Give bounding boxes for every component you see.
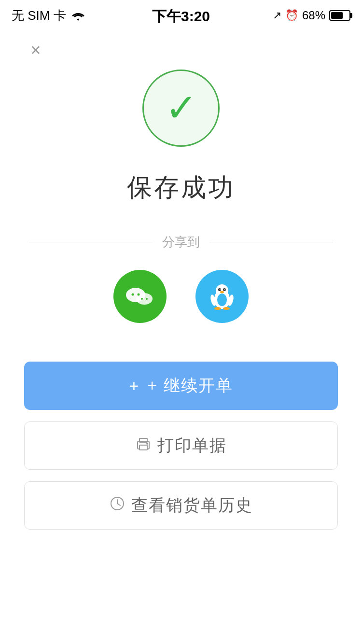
main-content: ✓ 保存成功 分享到 <box>0 31 362 530</box>
svg-point-12 <box>224 289 225 290</box>
history-button[interactable]: 查看销货单历史 <box>24 481 338 530</box>
svg-point-11 <box>219 289 220 290</box>
svg-point-14 <box>214 307 221 310</box>
wifi-icon <box>71 10 85 21</box>
svg-point-9 <box>218 288 221 291</box>
no-sim-label: 无 SIM 卡 <box>12 7 66 24</box>
buttons-area: + + 继续开单 打印单据 <box>0 362 362 530</box>
close-icon: × <box>30 42 41 59</box>
close-button[interactable]: × <box>23 38 48 63</box>
clock-icon <box>109 495 125 516</box>
printer-icon <box>135 435 152 456</box>
svg-line-24 <box>117 504 120 505</box>
svg-rect-20 <box>139 445 147 450</box>
location-icon: ↗ <box>273 9 281 22</box>
divider-line-right <box>209 242 333 242</box>
status-left: 无 SIM 卡 <box>12 7 85 24</box>
success-circle: ✓ <box>142 70 220 147</box>
print-button[interactable]: 打印单据 <box>24 421 338 470</box>
plus-icon: + <box>129 377 139 395</box>
share-divider: 分享到 <box>0 234 362 251</box>
share-icons-row <box>113 270 249 323</box>
success-title: 保存成功 <box>127 171 235 205</box>
qq-icon <box>207 281 238 312</box>
battery-indicator <box>329 10 350 21</box>
svg-point-13 <box>220 291 224 293</box>
svg-point-10 <box>223 288 226 291</box>
battery-percent: 68% <box>302 9 325 22</box>
svg-point-8 <box>217 294 227 306</box>
wechat-share-button[interactable] <box>113 270 167 323</box>
svg-point-21 <box>146 443 148 445</box>
svg-point-2 <box>132 294 134 296</box>
qq-share-button[interactable] <box>195 270 249 323</box>
svg-point-3 <box>138 294 140 296</box>
svg-point-5 <box>146 298 148 300</box>
svg-point-4 <box>141 298 143 300</box>
continue-button[interactable]: + + 继续开单 <box>24 362 338 410</box>
share-label: 分享到 <box>153 234 209 251</box>
print-label: 打印单据 <box>157 434 227 457</box>
svg-point-15 <box>223 307 230 310</box>
checkmark-icon: ✓ <box>165 89 197 127</box>
divider-line-left <box>29 242 153 242</box>
status-bar: 无 SIM 卡 下午3:20 ↗ ⏰ 68% <box>0 0 362 31</box>
alarm-icon: ⏰ <box>285 9 298 22</box>
status-time: 下午3:20 <box>152 7 210 27</box>
status-right: ↗ ⏰ 68% <box>273 9 350 22</box>
history-label: 查看销货单历史 <box>131 494 253 517</box>
continue-label: + 继续开单 <box>147 375 233 397</box>
wechat-icon <box>123 280 157 313</box>
